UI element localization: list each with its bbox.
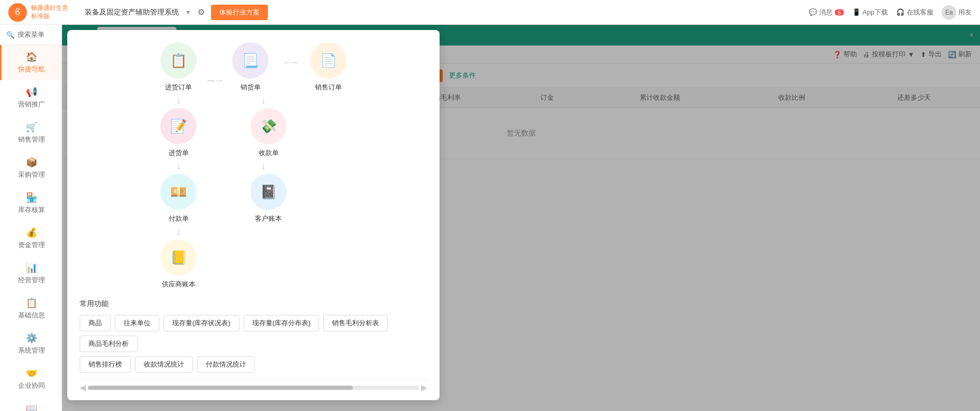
sidebar-item-enterprise[interactable]: 🤝 企业协同 bbox=[0, 361, 62, 397]
sales-icon: 🛒 bbox=[26, 121, 37, 133]
basic-info-icon: 📋 bbox=[26, 297, 37, 309]
sidebar: 🔍 搜索菜单 🏠 快捷导航 📢 营销推广 🛒 销售管理 📦 采购管理 🏪 库存核… bbox=[0, 25, 62, 411]
download-icon: 📱 bbox=[852, 8, 861, 16]
func-grid-row1: 商品 往来单位 现存量(库存状况表) 现存量(库存分布表) 销售毛利分析表 商品… bbox=[80, 315, 427, 352]
flow-diagram: 📋 进货订单 ↓ 📝 进货单 ↓ 💴 bbox=[80, 42, 427, 289]
header-actions: 💬 消息 6 📱 App下载 🎧 在线客服 Ea 用友 bbox=[809, 5, 972, 20]
message-badge: 6 bbox=[835, 9, 844, 16]
sidebar-item-marketing[interactable]: 📢 营销推广 bbox=[0, 80, 62, 115]
system-dropdown-icon[interactable]: ▼ bbox=[185, 9, 191, 16]
supplier-ledger-icon: 📒 bbox=[160, 239, 197, 276]
flow-item-payment[interactable]: 💴 付款单 bbox=[160, 174, 197, 223]
func-btn-sales-profit[interactable]: 销售毛利分析表 bbox=[323, 315, 388, 331]
user-menu[interactable]: Ea 用友 bbox=[942, 5, 972, 20]
arrow-down-2: ↓ bbox=[176, 160, 181, 172]
flow-item-customer-ledger[interactable]: 📓 客户账本 bbox=[250, 174, 287, 223]
sales-bill-icon: 📃 bbox=[232, 42, 268, 79]
modal-body: 📋 进货订单 ↓ 📝 进货单 ↓ 💴 bbox=[67, 30, 440, 400]
search-icon: 🔍 bbox=[6, 31, 14, 39]
customer-ledger-icon: 📓 bbox=[250, 174, 287, 210]
logo-text: 畅康通好生意 标准版 bbox=[31, 4, 68, 20]
modal-overlay[interactable]: 📋 进货订单 ↓ 📝 进货单 ↓ 💴 bbox=[62, 25, 980, 411]
flow-item-sales-bill[interactable]: 📃 销货单 bbox=[232, 42, 268, 92]
purchase-icon: 📦 bbox=[26, 157, 37, 168]
top-header: 6 畅康通好生意 标准版 装备及固定资产辅助管理系统 ▼ ⚙ 体验行业方案 💬 … bbox=[0, 0, 980, 25]
marketing-icon: 📢 bbox=[26, 86, 37, 98]
common-functions-title: 常用功能 bbox=[80, 299, 427, 309]
h-arrow-2: ← - - bbox=[283, 56, 295, 68]
sidebar-item-sales[interactable]: 🛒 销售管理 bbox=[0, 115, 62, 150]
flow-item-sales-order[interactable]: 📄 销售订单 bbox=[310, 42, 346, 92]
logo-area: 6 畅康通好生意 标准版 bbox=[8, 3, 70, 22]
func-btn-stock-dist[interactable]: 现存量(库存分布表) bbox=[244, 315, 320, 331]
settings-icon[interactable]: ⚙ bbox=[198, 7, 205, 17]
arrow-down-3: ↓ bbox=[176, 225, 181, 237]
system-title: 装备及固定资产辅助管理系统 bbox=[85, 8, 179, 17]
modal-scrollbar: ◀ ▶ bbox=[80, 379, 427, 392]
quick-nav-modal: 📋 进货订单 ↓ 📝 进货单 ↓ 💴 bbox=[67, 30, 440, 400]
guide-icon: 📖 bbox=[26, 403, 37, 411]
scrollbar-thumb[interactable] bbox=[88, 386, 353, 390]
operations-icon: 📊 bbox=[26, 262, 37, 273]
flow-item-purchase-bill[interactable]: 📝 进货单 bbox=[160, 108, 197, 158]
common-functions: 常用功能 商品 往来单位 现存量(库存状况表) 现存量(库存分布表) 销售毛利分… bbox=[80, 299, 427, 373]
sidebar-item-finance[interactable]: 💰 资金管理 bbox=[0, 221, 62, 256]
arrow-down-5: ↓ bbox=[261, 160, 266, 172]
payment-icon: 💴 bbox=[160, 174, 197, 210]
purchase-bill-icon: 📝 bbox=[160, 108, 197, 144]
sidebar-item-quick-nav[interactable]: 🏠 快捷导航 bbox=[0, 45, 62, 80]
flow-item-receipt[interactable]: 💸 收款单 bbox=[250, 108, 287, 158]
sidebar-item-basic-info[interactable]: 📋 基础信息 bbox=[0, 291, 62, 326]
sidebar-item-inventory[interactable]: 🏪 库存核算 bbox=[0, 186, 62, 221]
func-btn-contacts[interactable]: 往来单位 bbox=[115, 315, 159, 331]
receipt-icon: 💸 bbox=[250, 108, 287, 144]
service-icon: 🎧 bbox=[896, 8, 904, 16]
inventory-icon: 🏪 bbox=[26, 192, 37, 203]
flow-item-supplier-ledger[interactable]: 📒 供应商账本 bbox=[160, 239, 197, 289]
search-menu[interactable]: 🔍 搜索菜单 bbox=[0, 25, 62, 45]
message-icon: 💬 bbox=[809, 8, 817, 16]
arrow-down-4: ↓ bbox=[261, 94, 266, 106]
message-button[interactable]: 💬 消息 6 bbox=[809, 8, 844, 17]
sidebar-item-system[interactable]: ⚙️ 系统管理 bbox=[0, 326, 62, 361]
sidebar-item-guide[interactable]: 📖 新手引导 bbox=[0, 397, 62, 411]
try-plan-button[interactable]: 体验行业方案 bbox=[211, 5, 268, 20]
online-service-button[interactable]: 🎧 在线客服 bbox=[896, 8, 933, 17]
system-icon: ⚙️ bbox=[26, 332, 37, 344]
func-btn-product-profit[interactable]: 商品毛利分析 bbox=[80, 336, 138, 352]
func-btn-payment-stats[interactable]: 付款情况统计 bbox=[197, 356, 255, 373]
home-icon: 🏠 bbox=[26, 51, 37, 63]
h-arrow-1: - - - → bbox=[207, 74, 222, 86]
scrollbar-track[interactable] bbox=[88, 386, 419, 390]
logo-icon: 6 bbox=[8, 3, 27, 22]
avatar: Ea bbox=[942, 5, 956, 20]
sidebar-item-purchase[interactable]: 📦 采购管理 bbox=[0, 150, 62, 186]
scroll-right-icon[interactable]: ▶ bbox=[421, 383, 427, 392]
purchase-order-icon: 📋 bbox=[160, 42, 197, 79]
arrow-down-1: ↓ bbox=[176, 94, 181, 106]
scroll-left-icon[interactable]: ◀ bbox=[80, 383, 86, 392]
func-grid-row2: 销售排行榜 收款情况统计 付款情况统计 bbox=[80, 356, 427, 373]
app-download-button[interactable]: 📱 App下载 bbox=[852, 8, 888, 17]
flow-item-purchase-order[interactable]: 📋 进货订单 bbox=[160, 42, 197, 92]
func-btn-sales-ranking[interactable]: 销售排行榜 bbox=[80, 356, 131, 373]
finance-icon: 💰 bbox=[26, 227, 37, 238]
enterprise-icon: 🤝 bbox=[26, 368, 37, 379]
sales-order-icon: 📄 bbox=[310, 42, 346, 79]
sidebar-item-operations[interactable]: 📊 经营管理 bbox=[0, 256, 62, 291]
func-btn-receipt-stats[interactable]: 收款情况统计 bbox=[135, 356, 193, 373]
func-btn-stock-status[interactable]: 现存量(库存状况表) bbox=[163, 315, 239, 331]
func-btn-product[interactable]: 商品 bbox=[80, 315, 111, 331]
